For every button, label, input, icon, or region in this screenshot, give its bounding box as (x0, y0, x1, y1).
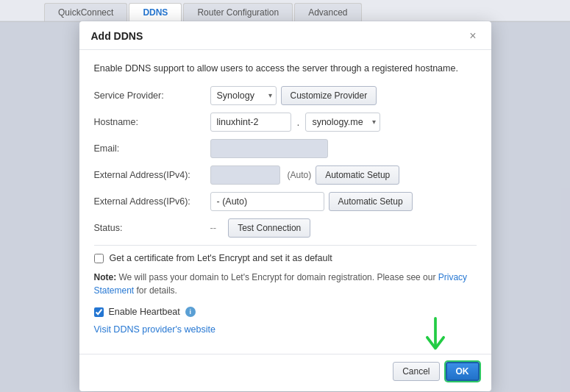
visit-ddns-link[interactable]: Visit DDNS provider's website (94, 324, 477, 335)
add-ddns-dialog: Add DDNS × Enable DDNS support to allow … (79, 21, 491, 391)
note-block: Note: We will pass your domain to Let's … (94, 271, 477, 298)
close-button[interactable]: × (466, 30, 479, 42)
note-bold: Note: (94, 272, 117, 282)
hostname-label: Hostname: (94, 117, 210, 127)
hostname-row: Hostname: . synology.me ▾ (94, 113, 477, 132)
cancel-button[interactable]: Cancel (393, 362, 439, 381)
dialog-title: Add DDNS (91, 30, 143, 42)
ipv4-automatic-setup-button[interactable]: Automatic Setup (316, 165, 399, 185)
ipv6-automatic-setup-button[interactable]: Automatic Setup (329, 192, 413, 211)
page-wrapper: QuickConnect DDNS Router Configuration A… (0, 0, 570, 392)
email-label: Email: (94, 143, 210, 154)
test-connection-button[interactable]: Test Connection (228, 218, 310, 238)
customize-provider-button[interactable]: Customize Provider (281, 86, 377, 105)
ext-ipv4-controls: (Auto) Automatic Setup (210, 165, 477, 185)
service-provider-row: Service Provider: Synology ▾ Customize P… (94, 86, 477, 105)
email-controls (210, 139, 477, 158)
heartbeat-label[interactable]: Enable Heartbeat (109, 307, 180, 317)
certificate-row: Get a certificate from Let's Encrypt and… (94, 253, 477, 263)
tab-bar: QuickConnect DDNS Router Configuration A… (0, 0, 570, 22)
tab-ddns[interactable]: DDNS (129, 3, 182, 21)
status-value: -- (210, 222, 217, 233)
ext-ipv4-row: External Address(IPv4): (Auto) Automatic… (94, 165, 477, 185)
ext-ipv6-controls: Automatic Setup (210, 192, 477, 211)
hostname-domain-wrapper: synology.me ▾ (305, 113, 380, 132)
service-provider-controls: Synology ▾ Customize Provider (210, 86, 477, 105)
hostname-input[interactable] (210, 113, 291, 132)
ext-ipv4-auto-text: (Auto) (288, 170, 312, 180)
certificate-checkbox[interactable] (94, 254, 104, 263)
service-provider-select-wrapper: Synology ▾ (210, 86, 277, 105)
status-label: Status: (94, 223, 210, 233)
hostname-domain-select[interactable]: synology.me (305, 113, 380, 132)
email-input[interactable] (210, 139, 328, 158)
tab-advanced[interactable]: Advanced (294, 3, 361, 21)
tab-quickconnect[interactable]: QuickConnect (44, 3, 127, 21)
status-row: Status: -- Test Connection (94, 218, 477, 238)
dialog-footer: Cancel OK (79, 354, 491, 391)
service-provider-label: Service Provider: (94, 90, 210, 101)
dialog-description: Enable DDNS support to allow users to ac… (94, 62, 477, 76)
heartbeat-row: Enable Heartbeat i (94, 307, 477, 317)
dialog-overlay: Add DDNS × Enable DDNS support to allow … (0, 21, 570, 392)
dialog-body: Enable DDNS support to allow users to ac… (79, 50, 491, 354)
note-text2: for details. (134, 285, 177, 296)
heartbeat-checkbox[interactable] (94, 307, 104, 317)
info-icon[interactable]: i (185, 307, 196, 317)
ext-ipv6-label: External Address(IPv6): (94, 196, 210, 207)
ext-ipv4-input[interactable] (210, 165, 280, 185)
ext-ipv6-row: External Address(IPv6): Automatic Setup (94, 192, 477, 211)
ext-ipv6-input[interactable] (210, 192, 324, 211)
email-row: Email: (94, 139, 477, 158)
hostname-dot: . (297, 116, 300, 128)
ok-button[interactable]: OK (446, 362, 480, 381)
tab-router-config[interactable]: Router Configuration (183, 3, 293, 21)
certificate-label[interactable]: Get a certificate from Let's Encrypt and… (110, 253, 332, 263)
hostname-controls: . synology.me ▾ (210, 113, 477, 132)
note-text: We will pass your domain to Let's Encryp… (116, 272, 438, 282)
service-provider-select[interactable]: Synology (210, 86, 277, 105)
ext-ipv4-label: External Address(IPv4): (94, 170, 210, 180)
dialog-header: Add DDNS × (79, 21, 491, 50)
divider (94, 245, 477, 246)
status-controls: -- Test Connection (210, 218, 477, 238)
